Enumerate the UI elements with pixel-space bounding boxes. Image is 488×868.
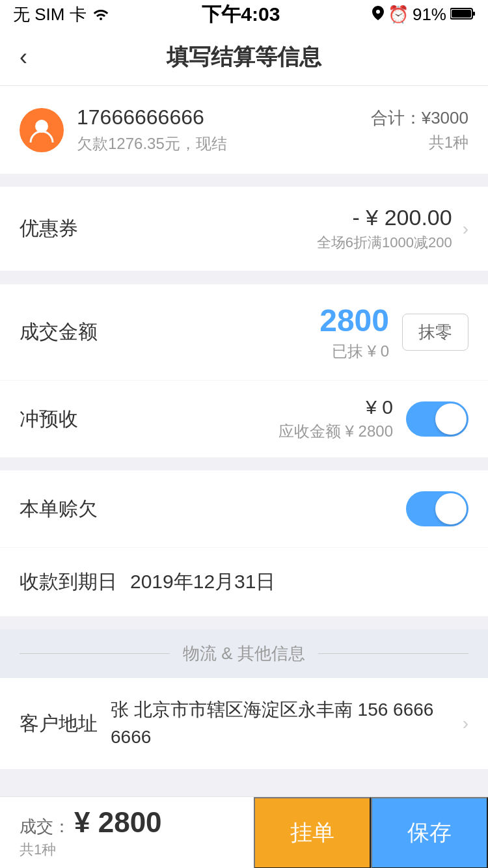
due-date-row: 收款到期日 2019年12月31日 — [0, 548, 488, 616]
customer-info: 17666666666 欠款1276.35元，现结 — [77, 105, 227, 154]
divider-block-3 — [0, 616, 488, 629]
no-sim-text: 无 SIM 卡 — [13, 3, 87, 26]
avatar — [20, 108, 64, 152]
coupon-desc: 全场6折满1000减200 — [317, 233, 452, 252]
amount-section: 成交金额 2800 已抹 ¥ 0 抹零 冲预收 ¥ 0 应收金额 ¥ 2800 — [0, 284, 488, 457]
location-icon — [372, 5, 384, 25]
amount-wiped: 已抹 ¥ 0 — [319, 341, 389, 362]
total-count: 共1种 — [371, 132, 468, 153]
battery-icon — [450, 5, 475, 25]
bottom-summary: 成交： ¥ 2800 共1种 — [0, 806, 254, 860]
coupon-discount: - ¥ 200.00 — [317, 205, 452, 230]
total-label: 合计：¥3000 — [371, 107, 468, 129]
section-divider: 物流 & 其他信息 — [0, 629, 488, 678]
wifi-icon — [92, 5, 110, 25]
divider-block-1 — [0, 271, 488, 284]
battery-text: 91% — [413, 5, 446, 25]
status-bar: 无 SIM 卡 下午4:03 ⏰ 91% — [0, 0, 488, 29]
svg-rect-1 — [472, 12, 475, 16]
debt-label: 本单赊欠 — [20, 496, 98, 522]
content-area: 17666666666 欠款1276.35元，现结 合计：¥3000 共1种 优… — [0, 86, 488, 868]
amount-value: 2800 — [319, 303, 389, 338]
alarm-icon: ⏰ — [388, 5, 409, 25]
coupon-label: 优惠券 — [20, 215, 78, 242]
coupon-value-wrap: - ¥ 200.00 全场6折满1000减200 — [317, 205, 452, 252]
round-button[interactable]: 抹零 — [402, 314, 468, 351]
debt-row: 本单赊欠 — [0, 470, 488, 548]
due-label: 收款到期日 — [20, 569, 117, 595]
bottom-bar: 成交： ¥ 2800 共1种 挂单 保存 — [0, 796, 488, 868]
status-time: 下午4:03 — [202, 1, 280, 28]
address-row[interactable]: 客户地址 张 北京市市辖区海淀区永丰南 156 6666 6666 › — [0, 678, 488, 769]
customer-card: 17666666666 欠款1276.35元，现结 合计：¥3000 共1种 — [0, 86, 488, 174]
divider-line-right — [318, 653, 468, 654]
deal-label: 成交： — [20, 815, 70, 838]
coupon-right: - ¥ 200.00 全场6折满1000减200 › — [317, 205, 468, 252]
address-label: 客户地址 — [20, 711, 98, 737]
chevron-right-icon: › — [463, 219, 468, 239]
status-right: ⏰ 91% — [372, 5, 475, 25]
toggle-knob — [435, 403, 467, 435]
due-date: 2019年12月31日 — [130, 569, 275, 595]
svg-rect-2 — [452, 10, 471, 18]
customer-phone: 17666666666 — [77, 105, 227, 129]
prepay-amount: ¥ 0 — [278, 396, 393, 418]
debt-toggle-knob — [435, 493, 467, 524]
section-divider-text: 物流 & 其他信息 — [183, 642, 305, 665]
prepay-row: 冲预收 ¥ 0 应收金额 ¥ 2800 — [0, 381, 488, 457]
status-left: 无 SIM 卡 — [13, 3, 110, 26]
coupon-row[interactable]: 优惠券 - ¥ 200.00 全场6折满1000减200 › — [0, 187, 488, 271]
divider-line-left — [20, 653, 170, 654]
prepay-value-wrap: ¥ 0 应收金额 ¥ 2800 — [278, 396, 393, 442]
customer-left: 17666666666 欠款1276.35元，现结 — [20, 105, 227, 154]
amount-value-wrap: 2800 已抹 ¥ 0 — [319, 303, 389, 362]
address-chevron-icon: › — [463, 713, 468, 734]
prepay-receivable: 应收金额 ¥ 2800 — [278, 421, 393, 442]
hang-button[interactable]: 挂单 — [254, 797, 371, 869]
amount-label: 成交金额 — [20, 319, 98, 346]
customer-debt: 欠款1276.35元，现结 — [77, 133, 227, 154]
amount-row: 成交金额 2800 已抹 ¥ 0 抹零 — [0, 284, 488, 381]
page-title: 填写结算等信息 — [167, 42, 321, 72]
bottom-count: 共1种 — [20, 840, 234, 860]
prepay-toggle[interactable] — [406, 401, 468, 437]
save-button[interactable]: 保存 — [371, 797, 488, 869]
back-button[interactable]: ‹ — [20, 44, 27, 71]
bottom-amount: ¥ 2800 — [74, 806, 162, 839]
prepay-right: ¥ 0 应收金额 ¥ 2800 — [278, 396, 468, 442]
debt-toggle[interactable] — [406, 491, 468, 526]
prepay-label: 冲预收 — [20, 406, 78, 433]
nav-bar: ‹ 填写结算等信息 — [0, 29, 488, 86]
amount-right: 2800 已抹 ¥ 0 抹零 — [319, 303, 468, 362]
customer-right: 合计：¥3000 共1种 — [371, 107, 468, 153]
divider-block-2 — [0, 457, 488, 470]
address-content: 张 北京市市辖区海淀区永丰南 156 6666 6666 — [111, 696, 446, 751]
